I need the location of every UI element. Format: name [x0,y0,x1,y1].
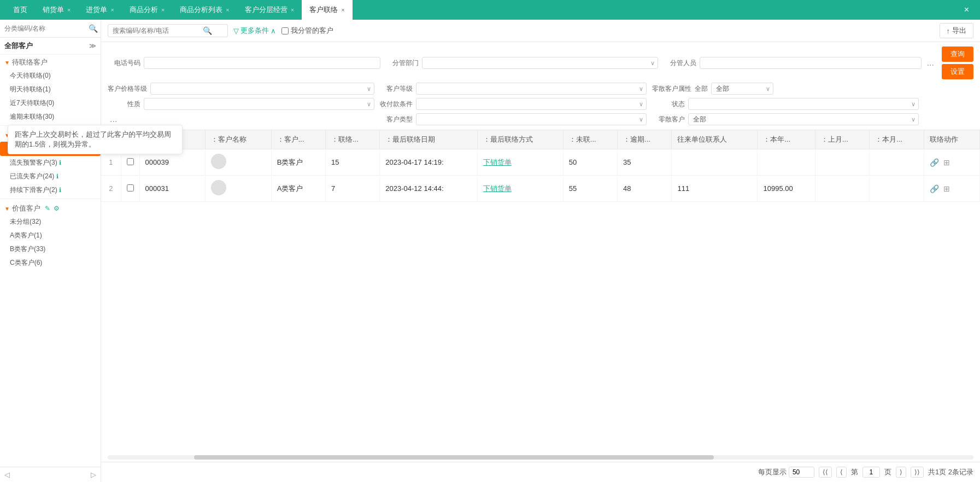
sidebar-section-pending-contact[interactable]: ▼ 待联络客户 [0,55,101,69]
filter-price-level-select[interactable] [150,83,374,95]
first-page-button[interactable]: ⟨⟨ [819,467,832,478]
col-name-header[interactable]: ：客户名称 [206,130,272,149]
nav-sales-order-close[interactable]: × [67,7,71,13]
nav-product-analysis-list-close[interactable]: × [226,7,229,13]
nav-purchase-order-close[interactable]: × [110,7,114,13]
sidebar-item-today-contact[interactable]: 今天待联络(0) [0,69,101,83]
row2-current-year: 10995.00 [758,176,815,202]
sidebar-item-class-c[interactable]: C类客户(6) [0,256,101,270]
col-contact-person-header[interactable]: 往来单位联系人 [672,130,758,149]
filter-customer-level-select[interactable] [416,83,647,95]
export-label: 导出 [952,26,966,36]
filter-nature-select[interactable] [144,98,374,110]
my-customers-checkbox[interactable] [281,27,289,34]
filter-retail-attr-select[interactable]: 全部 [711,83,773,95]
filter-dept-select[interactable] [422,57,659,69]
row2-contact-method-link[interactable]: 下销货单 [483,184,512,193]
filter-status-select[interactable] [688,98,919,110]
row2-current-month [870,176,924,202]
next-page-button[interactable]: ⟩ [896,467,906,478]
row1-more-icon[interactable]: ⊞ [943,158,950,167]
prev-page-button[interactable]: ⟨ [836,467,847,478]
col-current-year-header[interactable]: ：本年... [758,130,815,149]
search-icon[interactable]: 🔍 [203,26,212,35]
search-input[interactable] [113,27,200,34]
sidebar-item-declining-customers[interactable]: 持续下滑客户(2) ℹ [0,183,101,197]
sidebar-item-tomorrow-contact[interactable]: 明天待联络(1) [0,83,101,96]
scrollbar-track[interactable] [108,455,973,460]
nav-purchase-order[interactable]: 进货单 × [78,0,121,20]
sidebar-item-class-a[interactable]: A类客户(1) [0,229,101,242]
sidebar-item-7day-contact[interactable]: 近7天待联络(0) [0,96,101,110]
dots-button-row4[interactable]: ... [108,114,119,124]
filter-row-1: 电话号码 分管部门 ∨ 分管人员 ... 查询 设置 [108,47,973,79]
row1-select-checkbox[interactable] [127,158,134,165]
col-last-contact-date-header[interactable]: ：最后联络日期 [380,130,477,149]
col-overdue-header[interactable]: ：逾期... [618,130,672,149]
page-label: 第 [851,467,858,477]
row2-more-icon[interactable]: ⊞ [943,184,950,193]
filter-manager-input[interactable] [700,57,921,69]
col-no-contact-header[interactable]: ：未联... [563,130,617,149]
row1-last-contact-method[interactable]: 下销货单 [477,149,563,176]
window-close-button[interactable]: × [959,5,975,15]
row2-last-contact-method[interactable]: 下销货单 [477,176,563,202]
sidebar-collapse-icon[interactable]: ≫ [89,42,96,50]
row2-checkbox[interactable] [121,176,139,202]
table-body: 1 000039 B类客户 15 2023-04-17 14:19: 下销货单 [101,149,980,202]
filter-retail-customer-select[interactable]: 全部 [688,113,919,125]
sidebar-section-value-customers[interactable]: ▼ 价值客户 ✎ ⚙ [0,201,101,215]
settings-button[interactable]: 设置 [942,64,973,79]
nav-customer-segmentation[interactable]: 客户分层经营 × [237,0,302,20]
row2-view-icon[interactable]: 🔗 [930,184,939,193]
sidebar-search-icon[interactable]: 🔍 [89,24,98,33]
sidebar-item-lost-customers[interactable]: 已流失客户(24) ℹ [0,170,101,183]
nav-product-analysis[interactable]: 商品分析 × [122,0,172,20]
sidebar-search-input[interactable] [4,25,86,32]
col-contact-count-header[interactable]: ：联络... [325,130,379,149]
page-number-input[interactable] [862,467,880,478]
col-year-sort: ： [763,135,770,143]
filter-retail-attr-wrapper: 全部 ∨ [711,83,773,95]
horizontal-scrollbar[interactable] [101,453,980,462]
filter-retail-customer-wrapper: 全部 ∨ [688,113,919,125]
query-button[interactable]: 查询 [942,47,973,62]
col-last-contact-method-header[interactable]: ：最后联络方式 [477,130,563,149]
nav-customer-contact-close[interactable]: × [341,7,344,13]
nav-customer-segmentation-close[interactable]: × [291,7,294,13]
filter-payment-select[interactable] [416,98,647,110]
nav-home[interactable]: 首页 [5,0,35,20]
filter-nature-label: 性质 [108,100,140,109]
nav-customer-contact[interactable]: 客户联络 × [302,0,352,20]
sidebar-item-overdue-contact[interactable]: 逾期未联络(30) [0,110,101,124]
nav-product-analysis-list[interactable]: 商品分析列表 × [172,0,237,20]
sidebar-item-class-b[interactable]: B类客户(33) [0,242,101,256]
top-navigation: 首页 销货单 × 进货单 × 商品分析 × 商品分析列表 × 客户分层经营 × … [0,0,980,20]
row1-view-icon[interactable]: 🔗 [930,158,939,167]
col-customer-type-header[interactable]: ：客户... [271,130,325,149]
col-last-month-header[interactable]: ：上月... [815,130,869,149]
nav-product-analysis-close[interactable]: × [161,7,165,13]
row1-contact-method-link[interactable]: 下销货单 [483,158,512,166]
config-icon-value[interactable]: ⚙ [54,205,60,212]
export-button[interactable]: ↑ 导出 [940,23,974,38]
filter-customer-level-label: 客户等级 [380,84,413,94]
sidebar-item-loss-warning[interactable]: 流失预警客户(3) ℹ [0,156,101,170]
sidebar-item-ungroup[interactable]: 未分组(32) [0,215,101,229]
per-page-select[interactable]: 50 100 200 [789,467,814,478]
filter-payment-wrapper: ∨ [416,98,647,110]
table-area[interactable]: ⚙ ：客户编码 ：客户名称 ：客户... [101,130,980,453]
filter-phone-input[interactable] [144,57,380,69]
col-action-header: 联络动作 [924,130,979,149]
sidebar-bottom-expand[interactable]: ▷ [91,471,96,479]
last-page-button[interactable]: ⟩⟩ [911,467,924,478]
scrollbar-thumb[interactable] [194,455,713,460]
col-current-month-header[interactable]: ：本月... [870,130,924,149]
dots-button-manager[interactable]: ... [925,58,936,68]
more-filters-button[interactable]: ▽ 更多条件 ∧ [233,26,276,36]
filter-customer-type-select[interactable] [416,113,647,125]
edit-icon-value[interactable]: ✎ [45,205,50,212]
row2-select-checkbox[interactable] [127,184,134,191]
row1-contact-person [672,149,758,176]
nav-sales-order[interactable]: 销货单 × [35,0,78,20]
